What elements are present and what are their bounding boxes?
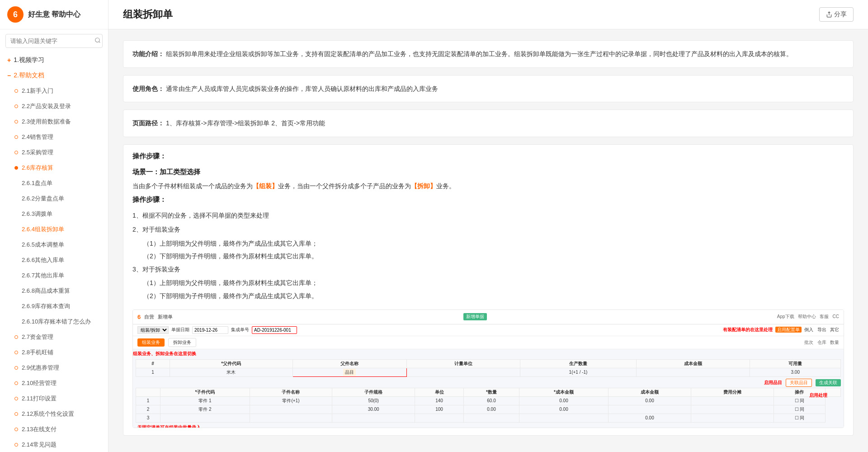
tr-qty2: 0.00 xyxy=(464,405,519,414)
step3: 3、对于拆装业务 xyxy=(132,263,844,276)
scenario1-desc: 当由多个子件材料组装成一个成品的业务为【组装】业务，当由一个父件拆分成多个子产品… xyxy=(132,180,844,192)
sidebar: 6 好生意 帮助中心 + 1.视频学习 − 2.帮助文档 2.1新手入门 2.2… xyxy=(0,0,108,452)
th-child-name: 子件名称 xyxy=(250,388,332,396)
sidebar-item-label: 2.11打印设置 xyxy=(22,395,57,403)
inner-lower-table-container: *子件代码 子件名称 子件规格 单位 *数量 *成本金额 成本金额 费用分摊 操 xyxy=(136,388,841,423)
inner-ann1-container: 有装配清单的在这里处理 启用配置单 xyxy=(723,327,802,333)
ann3-text: 组装业务、拆卸业务在这里切换 xyxy=(133,351,196,357)
function-intro-content: 组装拆卸单用来处理企业组装或拆卸等加工业务，支持有固定装配清单的产品加工业务，也… xyxy=(166,50,793,57)
dot-icon xyxy=(14,428,18,431)
sidebar-item-coupon[interactable]: 2.9优惠券管理 xyxy=(0,360,108,376)
tr-spec3 xyxy=(332,414,415,422)
sidebar-item-install[interactable]: 2.2产品安装及登录 xyxy=(0,99,108,114)
tr-cost3a xyxy=(519,414,608,422)
td-code1: 米木 xyxy=(170,368,292,376)
sidebar-item-mobile[interactable]: 2.8手机旺铺 xyxy=(0,345,108,360)
inner-nav2: 新增单 xyxy=(158,314,173,320)
sidebar-item-purchase[interactable]: 2.5采购管理 xyxy=(0,145,108,160)
sidebar-item-inventory[interactable]: 2.6库存核算 xyxy=(0,160,108,176)
sidebar-item-partial[interactable]: 2.6.2分量盘点单 xyxy=(0,191,108,206)
dot-icon xyxy=(14,412,18,416)
inner-id-input[interactable] xyxy=(252,326,297,334)
th-num: # xyxy=(136,359,170,368)
td-name1: 品目 xyxy=(292,368,406,376)
th-child-icon xyxy=(826,388,841,396)
inner-disassembly-tab[interactable]: 拆卸业务 xyxy=(168,338,196,347)
main-content: 功能介绍： 组装拆卸单用来处理企业组装或拆卸等加工业务，支持有固定装配清单的产品… xyxy=(108,29,868,452)
th-cost: 成本金额 xyxy=(636,359,750,368)
sidebar-item-label: 2.12系统个性化设置 xyxy=(22,410,74,418)
sidebar-item-new[interactable]: 2.1新手入门 xyxy=(0,83,108,99)
inner-date-input[interactable] xyxy=(192,326,228,334)
sidebar-item-print[interactable]: 2.11打印设置 xyxy=(0,391,108,406)
assembly-highlight: 【组装】 xyxy=(253,182,278,190)
sidebar-item-label: 2.9优惠券管理 xyxy=(22,364,59,372)
main-area: 组装拆卸单 分享 功能介绍： 组装拆卸单用来处理企业组装或拆卸等加工业务，支持有… xyxy=(108,0,868,452)
sidebar-item-stocktake[interactable]: 2.6.1盘点单 xyxy=(0,176,108,191)
search-input[interactable] xyxy=(6,35,91,47)
share-button[interactable]: 分享 xyxy=(819,7,854,22)
sidebar-item-docs[interactable]: − 2.帮助文档 xyxy=(0,68,108,83)
tr-code2: 零件 2 xyxy=(160,405,250,414)
sidebar-item-label: 2.6.6其他入库单 xyxy=(22,256,64,264)
td-num1: 1 xyxy=(136,368,170,376)
function-intro-block: 功能介绍： 组装拆卸单用来处理企业组装或拆卸等加工业务，支持有固定装配清单的产品… xyxy=(123,40,854,68)
inner-enable-btn[interactable]: 启用配置单 xyxy=(775,327,802,333)
path-content: 1、库存核算->库存管理->组装拆卸单 2、首页->常用功能 xyxy=(166,119,325,127)
sidebar-item-label: 2.3使用前数据准备 xyxy=(22,118,71,126)
inner-toggle-btn[interactable]: 关联品目 xyxy=(786,379,812,387)
tr-code1: 零件 1 xyxy=(160,396,250,405)
sidebar-item-sales[interactable]: 2.4销售管理 xyxy=(0,129,108,145)
sidebar-item-label: 2.6.2分量盘点单 xyxy=(22,195,64,203)
sidebar-item-label: 2.7资金管理 xyxy=(22,333,53,341)
inner-upper-table: # *父件代码 父件名称 计量单位 生产数量 成本金额 可用量 xyxy=(136,359,841,377)
dot-icon xyxy=(14,397,18,400)
sidebar-item-label: 1.视频学习 xyxy=(14,56,44,64)
th-name: 父件名称 xyxy=(292,359,406,368)
td-avail1: 3.00 xyxy=(750,368,841,376)
sidebar-item-ops[interactable]: 2.10经营管理 xyxy=(0,376,108,391)
sidebar-item-adjust[interactable]: 2.6.3调拨单 xyxy=(0,206,108,222)
role-label: 使用角色： xyxy=(132,85,164,92)
sidebar-item-otherout[interactable]: 2.6.7其他出库单 xyxy=(0,268,108,283)
dot-icon xyxy=(14,381,18,385)
sidebar-item-assembly[interactable]: 2.6.4组装拆卸单 xyxy=(0,222,108,237)
sidebar-item-cost[interactable]: 2.6.5成本调整单 xyxy=(0,237,108,252)
inner-batch-info: 批次 仓库 数量 xyxy=(804,339,839,346)
sidebar-item-videos[interactable]: + 1.视频学习 xyxy=(0,52,108,68)
app-name: 好生意 帮助中心 xyxy=(28,10,80,19)
th-avail: 可用量 xyxy=(750,359,841,368)
dot-icon xyxy=(14,120,18,124)
sidebar-item-label: 2.6.9库存账本查询 xyxy=(22,302,70,310)
sidebar-item-goodscost[interactable]: 2.6.8商品成本重算 xyxy=(0,283,108,299)
sidebar-item-finance[interactable]: 2.7资金管理 xyxy=(0,329,108,345)
role-block: 使用角色： 通常由生产人员或库管人员完成拆装业务的操作，库管人员确认原材料的出库… xyxy=(123,75,854,103)
sidebar-item-ledger[interactable]: 2.6.9库存账本查询 xyxy=(0,299,108,314)
th-code: *父件代码 xyxy=(170,359,292,368)
inner-type-select[interactable]: 组装/拆卸 xyxy=(137,326,169,334)
step3-sub1: （1）上部明细为父件明细，最终作为原材料生成其它出库单； xyxy=(132,277,844,289)
sidebar-item-payment[interactable]: 2.13在线支付 xyxy=(0,422,108,437)
inner-save: 倒入 导出 其它 xyxy=(804,327,839,333)
sidebar-item-label: 2.帮助文档 xyxy=(14,71,44,80)
search-box[interactable] xyxy=(5,34,103,48)
inner-tools: App下载 帮助中心 客服 CC xyxy=(777,314,839,320)
sidebar-item-data[interactable]: 2.3使用前数据准备 xyxy=(0,114,108,129)
tr-avail3 xyxy=(691,414,774,422)
search-button[interactable] xyxy=(91,34,103,48)
tr-unit2: 100 xyxy=(415,405,464,414)
sidebar-item-otherin[interactable]: 2.6.6其他入库单 xyxy=(0,252,108,268)
sidebar-item-label: 2.6.10库存账本错了怎么办 xyxy=(22,318,91,326)
sidebar-item-faq[interactable]: 2.14常见问题 xyxy=(0,437,108,452)
th-child-cost1: *成本金额 xyxy=(519,388,608,396)
path-label: 页面路径： xyxy=(132,119,164,127)
th-child-qty: *数量 xyxy=(464,388,519,396)
tr-name3 xyxy=(250,414,332,422)
inner-confirm-btn[interactable]: 生成关联 xyxy=(816,379,841,386)
tr-name2 xyxy=(250,405,332,414)
sidebar-item-error[interactable]: 2.6.10库存账本错了怎么办 xyxy=(0,314,108,329)
tr-spec2: 30.00 xyxy=(332,405,415,414)
sidebar-item-system[interactable]: 2.12系统个性化设置 xyxy=(0,406,108,422)
ann5-text: 无固定清单可在组装中批量录入 xyxy=(133,423,844,428)
inner-assembly-tab[interactable]: 组装业务 xyxy=(137,338,165,347)
